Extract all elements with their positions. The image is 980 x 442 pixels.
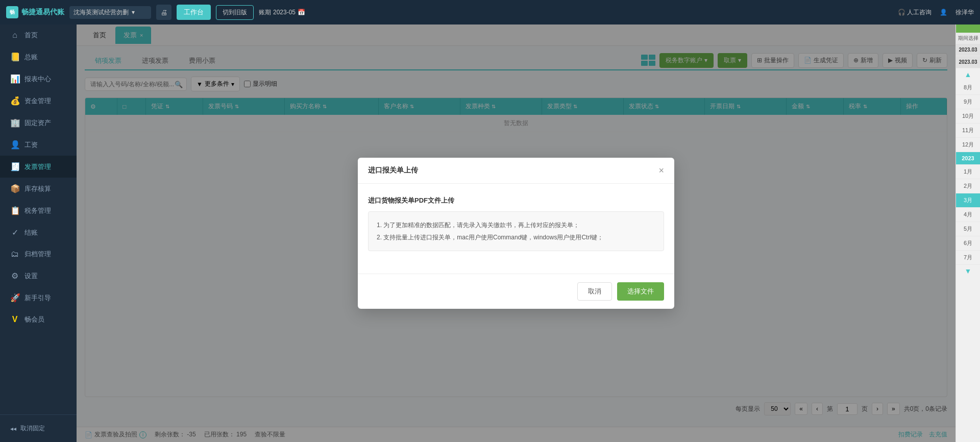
- company-selector[interactable]: 沈海英测试经营勿删 ▾: [69, 6, 151, 19]
- reports-icon: 📊: [10, 74, 19, 84]
- sidebar-label-archive: 归档管理: [24, 250, 51, 259]
- sidebar-item-ledger[interactable]: 📒 总账: [0, 46, 77, 68]
- sidebar: ⌂ 首页 📒 总账 📊 报表中心 💰 资金管理 🏢 固定资产 👤 工资: [0, 24, 77, 442]
- home-icon: ⌂: [10, 31, 19, 40]
- month-2023-header: 2023.03: [956, 56, 980, 68]
- import-customs-modal: 进口报关单上传 × 进口货物报关单PDF文件上传 1. 为了更加精准的数据匹配，…: [358, 158, 674, 309]
- year-2023: 2023: [956, 152, 980, 165]
- company-name: 沈海英测试经营勿删: [74, 8, 129, 17]
- sidebar-label-guide: 新手引导: [24, 293, 51, 303]
- sidebar-label-inventory: 库存核算: [24, 184, 51, 193]
- member-icon: V: [10, 315, 19, 324]
- archive-icon: 🗂: [10, 250, 19, 259]
- modal-close-button[interactable]: ×: [658, 166, 664, 175]
- ledger-icon: 📒: [10, 52, 19, 62]
- month-2[interactable]: 2月: [956, 179, 980, 193]
- modal-info-item-2: 2. 支持批量上传进口报关单，mac用户使用Command键，windows用户…: [377, 231, 655, 243]
- sidebar-item-settlement[interactable]: ✓ 结账: [0, 222, 77, 243]
- top-right: 🎧 人工咨询 👤 徐泽华: [898, 8, 974, 17]
- month-11[interactable]: 11月: [956, 124, 980, 138]
- sidebar-label-invoices: 发票管理: [24, 162, 51, 171]
- month-7[interactable]: 7月: [956, 251, 980, 265]
- modal-cancel-button[interactable]: 取消: [577, 282, 612, 301]
- workspace-button[interactable]: 工作台: [177, 5, 211, 20]
- logo-icon: 畅: [6, 6, 18, 18]
- scroll-down-button[interactable]: ▼: [956, 265, 980, 277]
- sidebar-item-archive[interactable]: 🗂 归档管理: [0, 243, 77, 265]
- guide-icon: 🚀: [10, 293, 19, 303]
- sidebar-label-reports: 报表中心: [24, 75, 51, 84]
- right-panel: 开启已到 期间选择 2023.03 2023.03 ▲ 8月 9月 10月 11…: [955, 24, 980, 442]
- invoices-icon: 🧾: [10, 162, 19, 171]
- period-select-label: 期间选择: [956, 33, 980, 44]
- modal-header: 进口报关单上传 ×: [358, 158, 674, 184]
- sidebar-label-payroll: 工资: [24, 140, 38, 150]
- month-5[interactable]: 5月: [956, 222, 980, 236]
- sidebar-item-member[interactable]: V 畅会员: [0, 309, 77, 330]
- print-icon-btn[interactable]: 🖨: [156, 5, 172, 20]
- sidebar-item-inventory[interactable]: 📦 库存核算: [0, 178, 77, 200]
- sidebar-label-home: 首页: [24, 31, 38, 40]
- sidebar-label-tax: 税务管理: [24, 206, 51, 215]
- pin-icon: ◂◂: [10, 425, 16, 432]
- inventory-icon: 📦: [10, 184, 19, 193]
- modal-info-box: 1. 为了更加精准的数据匹配，请先录入海关缴款书，再上传对应的报关单； 2. 支…: [368, 211, 664, 251]
- month-9[interactable]: 9月: [956, 95, 980, 109]
- dropdown-icon: ▾: [132, 9, 135, 16]
- headset-icon: 🎧: [898, 9, 905, 16]
- sidebar-label-assets: 固定资产: [24, 118, 51, 128]
- month-12[interactable]: 12月: [956, 138, 980, 152]
- switch-version-button[interactable]: 切到旧版: [216, 5, 254, 20]
- sidebar-item-reports[interactable]: 📊 报表中心: [0, 68, 77, 90]
- sidebar-label-settlement: 结账: [24, 228, 38, 237]
- modal-title: 进口报关单上传: [368, 166, 418, 175]
- month-3[interactable]: 3月: [956, 193, 980, 208]
- settlement-icon: ✓: [10, 228, 19, 237]
- settings-icon: ⚙: [10, 271, 19, 281]
- sidebar-item-funds[interactable]: 💰 资金管理: [0, 90, 77, 112]
- app-name: 畅捷通易代账: [21, 8, 64, 17]
- modal-info-item-1: 1. 为了更加精准的数据匹配，请先录入海关缴款书，再上传对应的报关单；: [377, 219, 655, 231]
- modal-select-file-button[interactable]: 选择文件: [617, 282, 664, 301]
- payroll-icon: 👤: [10, 140, 19, 150]
- sidebar-item-home[interactable]: ⌂ 首页: [0, 24, 77, 46]
- month-4[interactable]: 4月: [956, 208, 980, 222]
- modal-section-title: 进口货物报关单PDF文件上传: [368, 196, 664, 205]
- month-8[interactable]: 8月: [956, 81, 980, 95]
- month-10[interactable]: 10月: [956, 109, 980, 124]
- period-label: 账期: [259, 8, 271, 17]
- open-period-button[interactable]: 开启已到: [956, 24, 980, 33]
- sidebar-label-member: 畅会员: [24, 315, 44, 324]
- month-1[interactable]: 1月: [956, 165, 980, 179]
- modal-body: 进口货物报关单PDF文件上传 1. 为了更加精准的数据匹配，请先录入海关缴款书，…: [358, 184, 674, 274]
- sidebar-item-invoices[interactable]: 🧾 发票管理: [0, 156, 77, 178]
- assets-icon: 🏢: [10, 118, 19, 128]
- funds-icon: 💰: [10, 96, 19, 106]
- sidebar-label-funds: 资金管理: [24, 96, 51, 106]
- user-name: 徐泽华: [955, 8, 974, 17]
- app-logo: 畅 畅捷通易代账: [6, 6, 64, 18]
- scroll-up-button[interactable]: ▲: [956, 68, 980, 81]
- sidebar-item-tax[interactable]: 📋 税务管理: [0, 200, 77, 222]
- modal-footer: 取消 选择文件: [358, 274, 674, 309]
- month-6[interactable]: 6月: [956, 236, 980, 251]
- top-bar: 畅 畅捷通易代账 沈海英测试经营勿删 ▾ 🖨 工作台 切到旧版 账期 2023-…: [0, 0, 980, 24]
- user-avatar: 👤: [940, 9, 947, 16]
- modal-overlay: 进口报关单上传 × 进口货物报关单PDF文件上传 1. 为了更加精准的数据匹配，…: [77, 24, 955, 442]
- support-label[interactable]: 🎧 人工咨询: [898, 8, 932, 17]
- content-area: 首页 发票 × 销项发票 进项发票 费用小票: [77, 24, 955, 442]
- sidebar-pin-toggle[interactable]: ◂◂ 取消固定: [0, 420, 77, 437]
- month-2022-header: 2023.03: [956, 44, 980, 56]
- sidebar-label-settings: 设置: [24, 272, 38, 281]
- pin-label: 取消固定: [20, 424, 45, 433]
- sidebar-item-payroll[interactable]: 👤 工资: [0, 134, 77, 156]
- sidebar-item-settings[interactable]: ⚙ 设置: [0, 265, 77, 287]
- sidebar-item-guide[interactable]: 🚀 新手引导: [0, 287, 77, 309]
- sidebar-label-ledger: 总账: [24, 53, 38, 62]
- calendar-icon[interactable]: 📅: [298, 9, 305, 16]
- period-value: 2023-05: [273, 9, 296, 16]
- sidebar-item-assets[interactable]: 🏢 固定资产: [0, 112, 77, 134]
- period-info: 账期 2023-05 📅: [259, 8, 305, 17]
- tax-icon: 📋: [10, 206, 19, 215]
